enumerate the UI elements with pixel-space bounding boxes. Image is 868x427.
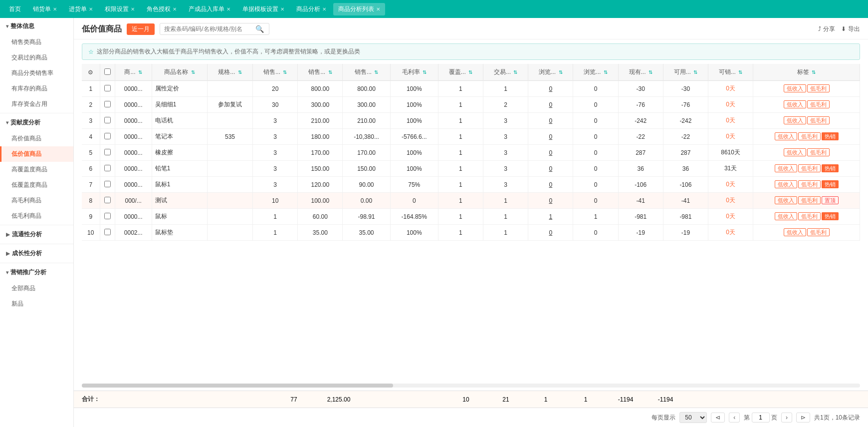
sidebar-item-traded-goods[interactable]: 交易过的商品 [0,50,73,65]
nav-sales-order[interactable]: 销货单 ✕ [28,3,62,15]
sidebar-item-low-margin[interactable]: 低毛利商品 [0,208,73,224]
tag-低毛利[interactable]: 低毛利 [807,116,830,124]
tag-低收入[interactable]: 低收入 [775,132,797,140]
search-input[interactable] [160,23,269,35]
browse1-link[interactable]: 0 [549,229,552,236]
browse1-link[interactable]: 0 [549,165,552,172]
sidebar-group-overall[interactable]: ▾ 整体信息 [0,18,73,34]
tag-低毛利[interactable]: 低毛利 [798,196,821,204]
nav-close-prod[interactable]: ✕ [226,6,230,12]
browse1-link[interactable]: 0 [549,133,552,140]
tag-低收入[interactable]: 低收入 [784,228,806,236]
sidebar-item-new-goods[interactable]: 新品 [0,296,73,312]
nav-purchase-order[interactable]: 进货单 ✕ [64,3,98,15]
tag-低收入[interactable]: 低收入 [784,84,806,92]
tag-热销[interactable]: 热销 [822,180,839,188]
sidebar-group-contribution[interactable]: ▾ 贡献度分析 [0,114,73,131]
sidebar-item-low-coverage[interactable]: 低覆盖度商品 [0,177,73,193]
tag-置顶[interactable]: 置顶 [822,196,839,204]
filter-recent-month-btn[interactable]: 近一月 [127,23,155,35]
tag-低毛利[interactable]: 低毛利 [798,180,821,188]
tag-低毛利[interactable]: 低毛利 [807,148,830,156]
row-checkbox[interactable] [104,213,111,219]
search-icon[interactable]: 🔍 [255,25,264,33]
prev-page-btn[interactable]: ‹ [729,413,740,423]
nav-close-purchase[interactable]: ✕ [89,6,93,12]
browse1-link[interactable]: 0 [549,149,552,156]
nav-close-perm[interactable]: ✕ [131,6,135,12]
nav-close-sales[interactable]: ✕ [53,6,57,12]
tag-低收入[interactable]: 低收入 [775,164,797,172]
tag-低毛利[interactable]: 低毛利 [807,228,830,236]
nav-permissions[interactable]: 权限设置 ✕ [100,3,140,15]
td-num: 7 [82,177,100,193]
sidebar-group-circulation[interactable]: ▶ 流通性分析 [0,226,73,243]
tag-低毛利[interactable]: 低毛利 [798,212,821,220]
sidebar-item-low-value[interactable]: 低价值商品 [0,146,73,162]
row-checkbox[interactable] [104,133,111,139]
tag-低收入[interactable]: 低收入 [784,100,806,108]
nav-product-analysis-list[interactable]: 商品分析列表 ✕ [333,3,385,15]
td-sales-profit: 0.00 [343,193,390,209]
sidebar-item-high-value[interactable]: 高价值商品 [0,131,73,146]
sidebar-group-marketing[interactable]: ▾ 营销推广分析 [0,264,73,281]
tag-低毛利[interactable]: 低毛利 [798,164,821,172]
nav-close-role[interactable]: ✕ [173,6,177,12]
next-page-btn[interactable]: › [781,413,792,423]
page-size-select[interactable]: 50 100 200 [679,412,707,423]
row-checkbox[interactable] [104,181,111,187]
nav-product-stock[interactable]: 产成品入库单 ✕ [184,3,235,15]
tag-热销[interactable]: 热销 [822,132,839,140]
row-checkbox[interactable] [104,85,111,91]
tag-低收入[interactable]: 低收入 [784,116,806,124]
tag-低毛利[interactable]: 低毛利 [807,100,830,108]
tag-低毛利[interactable]: 低毛利 [807,84,830,92]
nav-close-tmpl[interactable]: ✕ [280,6,284,12]
sidebar-item-all-goods[interactable]: 全部商品 [0,281,73,296]
row-checkbox[interactable] [104,197,111,203]
row-checkbox[interactable] [104,149,111,155]
sidebar-item-high-coverage[interactable]: 高覆盖度商品 [0,162,73,177]
browse1-link[interactable]: 0 [549,197,552,204]
browse1-link[interactable]: 0 [549,181,552,188]
tag-低收入[interactable]: 低收入 [775,196,797,204]
nav-close-pa[interactable]: ✕ [322,6,326,12]
share-btn[interactable]: ⤴ 分享 [818,25,835,33]
nav-home[interactable]: 首页 [4,3,26,15]
sidebar-item-sales-goods[interactable]: 销售类商品 [0,34,73,50]
sidebar-item-high-margin[interactable]: 高毛利商品 [0,193,73,208]
browse1-link[interactable]: 0 [549,117,552,124]
td-current: -242 [618,113,663,129]
sidebar-item-stock-capital[interactable]: 库存资金占用 [0,96,73,112]
tag-低收入[interactable]: 低收入 [784,148,806,156]
nav-template-settings[interactable]: 单据模板设置 ✕ [237,3,289,15]
export-btn[interactable]: ⬇ 导出 [841,25,860,33]
tag-热销[interactable]: 热销 [822,164,839,172]
nav-close-pal[interactable]: ✕ [376,6,380,12]
row-checkbox[interactable] [104,117,111,123]
sidebar-item-category-sales-rate[interactable]: 商品分类销售率 [0,65,73,81]
horizontal-scrollbar[interactable] [82,384,860,388]
tag-低毛利[interactable]: 低毛利 [798,132,821,140]
row-checkbox[interactable] [104,165,111,171]
browse1-link[interactable]: 0 [549,85,552,92]
tag-低收入[interactable]: 低收入 [775,180,797,188]
sidebar-item-stocked-goods[interactable]: 有库存的商品 [0,81,73,96]
tag-热销[interactable]: 热销 [822,212,839,220]
table-row: 9 0000... 鼠标 1 60.00 -98.91 -164.85% 1 1… [82,209,860,225]
row-checkbox[interactable] [104,229,111,235]
browse1-link[interactable]: 1 [549,213,552,220]
th-settings[interactable]: ⚙ [82,64,100,81]
scrollbar-thumb[interactable] [82,384,393,388]
select-all-checkbox[interactable] [104,68,111,75]
row-checkbox[interactable] [104,101,111,107]
last-page-btn[interactable]: ⊳ [796,413,810,423]
sidebar-group-growth[interactable]: ▶ 成长性分析 [0,245,73,262]
nav-role-auth[interactable]: 角色授权 ✕ [142,3,182,15]
td-gross-rate: 100% [390,161,438,177]
page-number-input[interactable] [752,413,770,423]
tag-低收入[interactable]: 低收入 [775,212,797,220]
first-page-btn[interactable]: ⊲ [711,413,725,423]
nav-product-analysis[interactable]: 商品分析 ✕ [291,3,331,15]
browse1-link[interactable]: 0 [549,101,552,108]
